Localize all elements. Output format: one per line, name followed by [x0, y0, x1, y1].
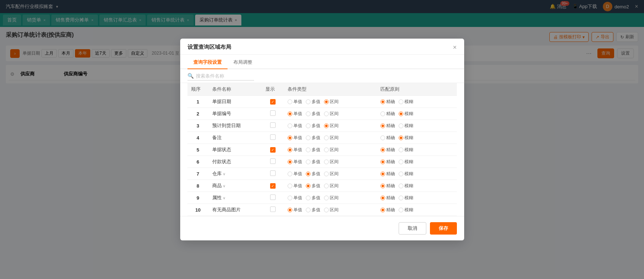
row-show-4[interactable] — [262, 132, 284, 144]
dialog-tab-layout[interactable]: 布局调整 — [228, 56, 258, 69]
filter-table-scroll[interactable]: 1单据日期单值多值区间精确模糊2单据编号单值多值区间精确模糊3预计到货日期单值多… — [180, 96, 464, 216]
type-radio-range-1[interactable]: 区间 — [324, 99, 339, 105]
filter-table-body: 1单据日期单值多值区间精确模糊2单据编号单值多值区间精确模糊3预计到货日期单值多… — [187, 96, 457, 216]
type-radio-range-5[interactable]: 区间 — [324, 147, 339, 153]
radio-indicator — [380, 208, 385, 212]
match-radio-fuzzy-6[interactable]: 模糊 — [399, 159, 413, 165]
type-radio-multi-7[interactable]: 多值 — [306, 171, 320, 177]
match-radio-fuzzy-8[interactable]: 模糊 — [399, 183, 413, 189]
match-radio-fuzzy-1[interactable]: 模糊 — [399, 99, 413, 105]
search-input[interactable] — [196, 73, 254, 79]
match-radio-fuzzy-9[interactable]: 模糊 — [399, 195, 413, 201]
show-checkbox-3[interactable] — [270, 122, 276, 128]
match-radio-fuzzy-10[interactable]: 模糊 — [399, 207, 413, 213]
save-btn[interactable]: 保存 — [430, 222, 457, 235]
show-checkbox-8[interactable] — [270, 183, 276, 189]
show-checkbox-2[interactable] — [270, 110, 276, 116]
radio-indicator — [306, 135, 311, 140]
radio-indicator — [380, 99, 385, 104]
type-radio-single-8[interactable]: 单值 — [288, 183, 302, 189]
row-show-10[interactable] — [262, 204, 284, 216]
row-show-5[interactable] — [262, 144, 284, 156]
radio-indicator — [288, 135, 292, 140]
match-radio-fuzzy-5[interactable]: 模糊 — [399, 147, 413, 153]
match-radio-exact-3[interactable]: 精确 — [380, 123, 395, 129]
radio-indicator — [306, 184, 311, 188]
type-radio-single-3[interactable]: 单值 — [288, 123, 302, 129]
match-radio-exact-10[interactable]: 精确 — [380, 207, 395, 213]
row-show-6[interactable] — [262, 156, 284, 168]
show-checkbox-10[interactable] — [270, 207, 276, 212]
match-radio-exact-7[interactable]: 精确 — [380, 171, 395, 177]
row-show-1[interactable] — [262, 96, 284, 108]
type-radio-range-3[interactable]: 区间 — [324, 123, 339, 129]
row-show-2[interactable] — [262, 108, 284, 120]
match-radio-fuzzy-4[interactable]: 模糊 — [399, 135, 413, 141]
row-show-8[interactable] — [262, 180, 284, 192]
type-radio-range-6[interactable]: 区间 — [324, 159, 339, 165]
show-checkbox-7[interactable] — [270, 170, 276, 176]
row-type-2: 单值多值区间 — [284, 108, 377, 120]
type-radio-multi-2[interactable]: 多值 — [306, 111, 320, 117]
type-radio-single-10[interactable]: 单值 — [288, 207, 302, 213]
type-radio-range-8[interactable]: 区间 — [324, 183, 339, 189]
type-radio-range-2[interactable]: 区间 — [324, 111, 339, 117]
match-radio-fuzzy-3[interactable]: 模糊 — [399, 123, 413, 129]
type-radio-single-1[interactable]: 单值 — [288, 99, 302, 105]
row-name-6: 付款状态 — [209, 156, 262, 168]
type-radio-single-7[interactable]: 单值 — [288, 171, 302, 177]
row-order-9: 9 — [187, 192, 209, 204]
type-radio-multi-8[interactable]: 多值 — [306, 183, 320, 189]
radio-indicator — [288, 196, 292, 200]
match-radio-exact-1[interactable]: 精确 — [380, 99, 395, 105]
row-show-7[interactable] — [262, 168, 284, 180]
type-radio-multi-4[interactable]: 多值 — [306, 135, 320, 141]
match-radio-fuzzy-2[interactable]: 模糊 — [399, 111, 413, 117]
type-radio-multi-5[interactable]: 多值 — [306, 147, 320, 153]
match-radio-fuzzy-7[interactable]: 模糊 — [399, 171, 413, 177]
radio-indicator — [288, 123, 292, 128]
type-radio-range-10[interactable]: 区间 — [324, 207, 339, 213]
type-radio-single-6[interactable]: 单值 — [288, 159, 302, 165]
type-radio-multi-9[interactable]: 多值 — [306, 195, 320, 201]
cancel-btn[interactable]: 取消 — [399, 222, 426, 235]
radio-indicator — [306, 123, 311, 128]
dialog-tab-fields[interactable]: 查询字段设置 — [187, 56, 228, 69]
expand-icon[interactable]: ∨ — [223, 184, 225, 188]
match-radio-exact-5[interactable]: 精确 — [380, 147, 395, 153]
type-radio-range-4[interactable]: 区间 — [324, 135, 339, 141]
show-checkbox-5[interactable] — [270, 147, 276, 153]
type-radio-range-7[interactable]: 区间 — [324, 171, 339, 177]
type-radio-single-4[interactable]: 单值 — [288, 135, 302, 141]
show-checkbox-4[interactable] — [270, 134, 276, 140]
match-radio-exact-9[interactable]: 精确 — [380, 195, 395, 201]
type-radio-multi-3[interactable]: 多值 — [306, 123, 320, 129]
table-row: 8商品 ∨单值多值区间精确模糊 — [187, 180, 457, 192]
row-show-3[interactable] — [262, 120, 284, 132]
show-checkbox-6[interactable] — [270, 158, 276, 164]
type-radio-single-9[interactable]: 单值 — [288, 195, 302, 201]
show-checkbox-9[interactable] — [270, 194, 276, 200]
match-radio-exact-8[interactable]: 精确 — [380, 183, 395, 189]
match-radio-exact-6[interactable]: 精确 — [380, 159, 395, 165]
radio-indicator — [380, 160, 385, 164]
type-radio-range-9[interactable]: 区间 — [324, 195, 339, 201]
dialog-close-btn[interactable]: × — [453, 44, 457, 51]
show-checkbox-1[interactable] — [270, 99, 276, 105]
match-radio-exact-2[interactable]: 精确 — [380, 111, 395, 117]
type-radio-single-2[interactable]: 单值 — [288, 111, 302, 117]
radio-indicator — [399, 135, 403, 140]
expand-icon[interactable]: ∨ — [223, 196, 225, 200]
type-radio-single-5[interactable]: 单值 — [288, 147, 302, 153]
row-show-9[interactable] — [262, 192, 284, 204]
match-radio-exact-4[interactable]: 精确 — [380, 135, 395, 141]
type-radio-multi-1[interactable]: 多值 — [306, 99, 320, 105]
search-row: 🔍 — [180, 69, 464, 83]
type-radio-multi-6[interactable]: 多值 — [306, 159, 320, 165]
radio-indicator — [324, 111, 329, 116]
expand-icon[interactable]: ∨ — [223, 172, 225, 176]
row-order-8: 8 — [187, 180, 209, 192]
radio-indicator — [324, 160, 329, 164]
type-radio-multi-10[interactable]: 多值 — [306, 207, 320, 213]
radio-indicator — [306, 196, 311, 200]
